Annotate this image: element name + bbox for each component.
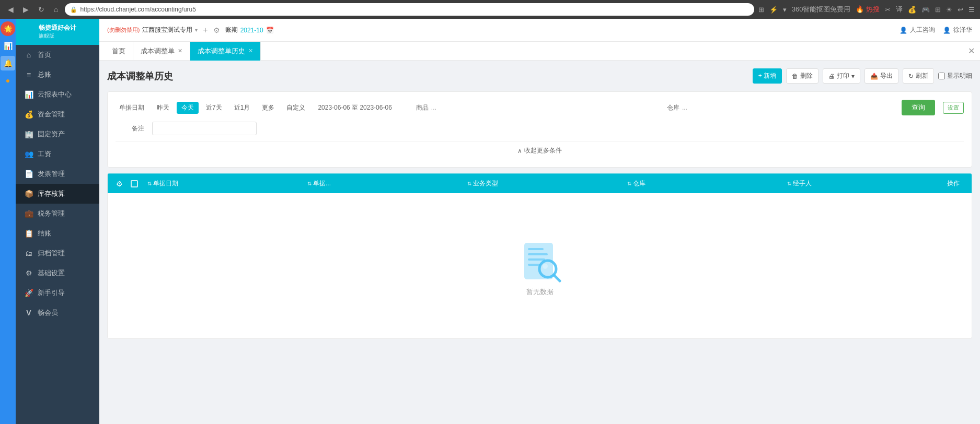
filter-row-date: 单据日期 昨天 今天 近7天 近1月 更多 自定义 2023-06-06 至 2… [116, 100, 964, 115]
print-btn[interactable]: 🖨 打印 ▾ [823, 68, 860, 84]
nav-item-inventory-label: 库存核算 [38, 189, 65, 198]
nav-item-fixed-assets[interactable]: 🏢 固定资产 [16, 124, 99, 144]
empty-state: 暂无数据 [108, 193, 972, 338]
th-warehouse[interactable]: ⇅ 仓库 [622, 179, 782, 188]
tab-cost-history-close[interactable]: ✕ [248, 48, 253, 54]
tab-cost-adjust-close[interactable]: ✕ [178, 48, 182, 54]
date-btn-today[interactable]: 今天 [177, 102, 199, 114]
company-warning: (勿删勿禁用) [107, 26, 140, 34]
page-actions: + 新增 🗑 删除 🖨 打印 ▾ 📤 导出 ↻ [753, 68, 972, 84]
browser-actions: ⊞ ⚡ ▾ 360智能抠图免费用 🔥 热搜 ✂ 译 💰 🎮 ⊞ ☀ ↩ ☰ [758, 5, 975, 14]
th-biz-type[interactable]: ⇅ 业务类型 [462, 179, 622, 188]
nav-item-inventory[interactable]: 📦 库存核算 [16, 184, 99, 204]
product-more-dots[interactable]: ... [431, 104, 436, 111]
browser-action-1[interactable]: ⊞ [758, 6, 764, 14]
note-input[interactable] [152, 122, 257, 135]
nav-item-invoice-label: 发票管理 [38, 169, 65, 179]
tab-cost-adjust[interactable]: 成本调整单 ✕ [133, 42, 190, 61]
tab-bar-close-btn[interactable]: ✕ [968, 46, 975, 56]
svg-rect-1 [528, 248, 544, 250]
browser-game[interactable]: 🎮 [921, 6, 930, 14]
browser-wallet[interactable]: 💰 [908, 6, 916, 14]
app-icon-2[interactable]: 📊 [1, 39, 15, 53]
nav-item-archive-label: 归档管理 [38, 249, 65, 258]
date-btn-7days[interactable]: 近7天 [201, 102, 227, 114]
nav-item-vip-label: 畅会员 [38, 308, 58, 317]
app-icon-4[interactable]: ● [1, 73, 15, 88]
print-dropdown-arrow: ▾ [851, 73, 855, 80]
show-detail-checkbox-area[interactable]: 显示明细 [938, 72, 972, 80]
th-handler[interactable]: ⇅ 经手人 [782, 179, 942, 188]
export-btn-label: 导出 [880, 72, 893, 80]
delete-btn[interactable]: 🗑 删除 [786, 68, 818, 84]
browser-grid[interactable]: ⊞ [935, 6, 941, 14]
nav-item-invoice[interactable]: 📄 发票管理 [16, 164, 99, 184]
app-icon-1[interactable]: 🌟 [1, 21, 15, 36]
user-name-btn[interactable]: 👤 徐泽华 [943, 26, 972, 34]
top-bar: (勿删勿禁用) 江西服宝测试专用 ▾ + ⚙ 账期 2021-10 📅 👤 人工… [99, 19, 980, 42]
date-btn-more[interactable]: 更多 [257, 102, 279, 114]
nav-item-settings[interactable]: ⚙ 基础设置 [16, 263, 99, 283]
browser-sun[interactable]: ☀ [946, 6, 952, 14]
date-btn-1month[interactable]: 近1月 [229, 102, 255, 114]
th-date[interactable]: ⇅ 单据日期 [142, 179, 302, 188]
add-company-btn[interactable]: + [203, 26, 207, 35]
date-btn-yesterday[interactable]: 昨天 [152, 102, 174, 114]
collapse-btn[interactable]: ∧ 收起更多条件 [517, 146, 562, 155]
add-btn[interactable]: + 新增 [753, 68, 782, 84]
warehouse-more-dots[interactable]: ... [682, 104, 687, 111]
browser-scissor[interactable]: ✂ [885, 6, 891, 14]
nav-item-vip[interactable]: V 畅会员 [16, 303, 99, 323]
icon-sidebar: 🌟 📊 🔔 ● [0, 19, 16, 424]
date-btn-custom[interactable]: 自定义 [282, 102, 310, 114]
query-btn[interactable]: 查询 [902, 100, 935, 115]
company-selector[interactable]: (勿删勿禁用) 江西服宝测试专用 ▾ [107, 26, 198, 34]
browser-search[interactable]: 360智能抠图免费用 [792, 5, 851, 14]
th-warehouse-sort-asc: ⇅ [627, 181, 631, 186]
nav-item-reports[interactable]: 📊 云报表中心 [16, 85, 99, 104]
table-header: ⚙ ⇅ 单据日期 ⇅ 单据... ⇅ 业务类型 [108, 173, 972, 193]
browser-action-3[interactable]: ▾ [783, 6, 787, 14]
browser-menu[interactable]: ☰ [969, 6, 975, 14]
browser-action-2[interactable]: ⚡ [769, 6, 778, 14]
browser-undo[interactable]: ↩ [958, 6, 963, 14]
refresh-btn[interactable]: ↻ 刷新 [903, 68, 934, 84]
user-service-text: 人工咨询 [910, 26, 935, 34]
show-detail-checkbox[interactable] [938, 73, 945, 79]
browser-translate[interactable]: 译 [896, 5, 903, 14]
th-bill-no[interactable]: ⇅ 单据... [302, 179, 462, 188]
nav-item-closing[interactable]: 📋 结账 [16, 223, 99, 243]
export-btn[interactable]: 📤 导出 [864, 68, 898, 84]
nav-item-tax-label: 税务管理 [38, 209, 65, 218]
table-settings-icon[interactable]: ⚙ [112, 176, 126, 191]
nav-item-guide[interactable]: 🚀 新手引导 [16, 283, 99, 303]
svg-line-6 [554, 275, 560, 281]
settings-btn[interactable]: 设置 [943, 102, 964, 114]
tab-cost-adjust-label: 成本调整单 [141, 46, 175, 56]
app-icon-3[interactable]: 🔔 [1, 56, 15, 70]
browser-chrome: ◀ ▶ ↻ ⌂ 🔒 https://cloud.chanjet.com/acco… [0, 0, 980, 19]
company-settings-btn[interactable]: ⚙ [213, 26, 220, 34]
nav-item-home[interactable]: ⌂ 首页 [16, 45, 99, 65]
delete-btn-label: 删除 [800, 72, 813, 80]
tab-home[interactable]: 首页 [105, 42, 133, 61]
calendar-icon[interactable]: 📅 [266, 27, 274, 34]
browser-forward-btn[interactable]: ▶ [20, 4, 31, 15]
nav-item-payroll[interactable]: 👥 工资 [16, 144, 99, 164]
guide-icon: 🚀 [24, 289, 33, 297]
nav-item-finance[interactable]: 💰 资金管理 [16, 104, 99, 124]
nav-item-closing-label: 结账 [38, 229, 51, 238]
browser-home-btn[interactable]: ⌂ [51, 4, 61, 15]
browser-back-btn[interactable]: ◀ [5, 4, 16, 15]
tax-icon: 💼 [24, 209, 33, 218]
browser-refresh-btn[interactable]: ↻ [36, 4, 47, 15]
nav-item-ledger[interactable]: ≡ 总账 [16, 65, 99, 85]
tab-cost-history[interactable]: 成本调整单历史 ✕ [190, 42, 261, 61]
select-all-checkbox[interactable] [131, 180, 138, 187]
print-icon: 🖨 [828, 73, 835, 80]
nav-item-archive[interactable]: 🗂 归档管理 [16, 243, 99, 263]
nav-item-tax[interactable]: 💼 税务管理 [16, 204, 99, 223]
svg-rect-3 [528, 258, 545, 261]
user-service-btn[interactable]: 👤 人工咨询 [900, 26, 935, 34]
url-bar[interactable]: 🔒 https://cloud.chanjet.com/accounting/u… [65, 3, 754, 16]
